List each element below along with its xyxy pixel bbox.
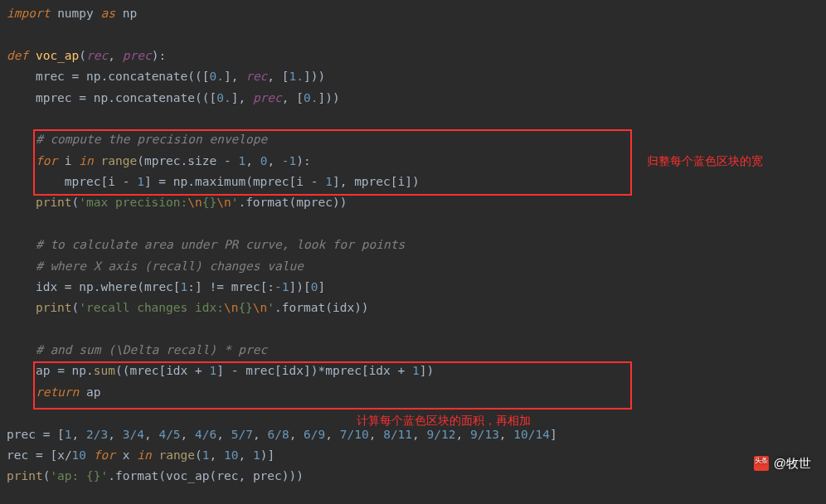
code-line: print('recall changes idx:\n{}\n'.format… xyxy=(7,298,819,318)
code-line: print('max precision:\n{}\n'.format(mpre… xyxy=(7,192,819,213)
watermark: @牧世 xyxy=(754,453,811,474)
code-line: mprec = np.concatenate(([0.], prec, [0.]… xyxy=(7,88,819,109)
code-line: def voc_ap(rec, prec): xyxy=(7,46,819,66)
blank-line xyxy=(7,403,819,424)
watermark-text: @牧世 xyxy=(774,453,811,474)
blank-line xyxy=(7,319,819,340)
code-line: # where X axis (recall) changes value xyxy=(7,256,819,277)
blank-line xyxy=(7,109,819,129)
code-line: ap = np.sum((mrec[idx + 1] - mrec[idx])*… xyxy=(7,361,819,381)
code-line: import numpy as np xyxy=(7,3,819,24)
code-line: mrec = np.concatenate(([0.], rec, [1.])) xyxy=(7,66,819,87)
code-line: idx = np.where(mrec[1:] != mrec[:-1])[0] xyxy=(7,277,819,298)
toutiao-logo-icon xyxy=(754,456,769,471)
blank-line xyxy=(7,214,819,235)
code-line: # and sum (\Delta recall) * prec xyxy=(7,340,819,361)
code-line: # to calculate area under PR curve, look… xyxy=(7,235,819,255)
code-line: # compute the precision envelope xyxy=(7,129,819,150)
code-line: mprec[i - 1] = np.maximum(mprec[i - 1], … xyxy=(7,172,819,192)
code-line: print('ap: {}'.format(voc_ap(rec, prec))… xyxy=(7,466,819,487)
blank-line xyxy=(7,24,819,45)
code-line: prec = [1, 2/3, 3/4, 4/5, 4/6, 5/7, 6/8,… xyxy=(7,424,819,445)
code-editor-viewport: import numpy as np def voc_ap(rec, prec)… xyxy=(0,0,826,491)
keyword-import: import xyxy=(7,7,50,20)
code-line: return ap xyxy=(7,382,819,403)
code-line: for i in range(mprec.size - 1, 0, -1): xyxy=(7,151,819,172)
code-line: rec = [x/10 for x in range(1, 10, 1)] xyxy=(7,445,819,466)
